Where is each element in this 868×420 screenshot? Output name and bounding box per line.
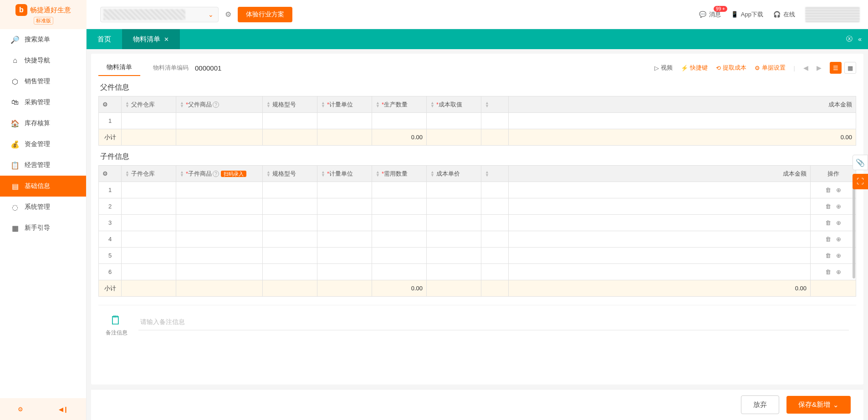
info-icon[interactable]: ? [213,171,219,177]
col-parent-warehouse[interactable]: ▲▼父件仓库 [122,96,176,113]
cell-price[interactable] [427,264,481,280]
col-child-qty[interactable]: ▲▼*需用数量 [372,166,427,182]
cell-warehouse[interactable] [122,231,176,248]
cell-empty[interactable] [481,182,509,198]
expand-icon[interactable]: ⛶ [853,174,868,189]
delete-row-icon[interactable]: 🗑 [825,252,831,259]
cell-empty[interactable] [481,198,509,215]
col-child-warehouse[interactable]: ▲▼子件仓库 [122,166,176,182]
col-child-amt[interactable]: 成本金额 [509,166,811,182]
col-parent-cost-take[interactable]: ▲▼*成本取值 [427,96,481,113]
remarks-input[interactable] [138,314,849,330]
col-empty-sort[interactable]: ▲▼ [481,166,509,182]
info-icon[interactable]: ? [213,101,219,108]
cell-empty[interactable] [481,248,509,264]
sidebar-item-nav[interactable]: ⌂快捷导航 [0,50,86,71]
cell-price[interactable] [427,248,481,264]
cell-unit[interactable] [317,215,372,231]
trial-button[interactable]: 体验行业方案 [238,7,292,22]
cell-empty[interactable] [481,215,509,231]
table-row[interactable]: 1 [99,113,856,129]
col-gear[interactable]: ⚙ [99,96,122,113]
col-parent-unit[interactable]: ▲▼*计量单位 [317,96,372,113]
col-parent-cost-amt[interactable]: 成本金额 [509,96,856,113]
download-link[interactable]: 📱 App下载 [731,10,763,19]
sidebar-item-inventory[interactable]: 🏠库存核算 [0,113,86,134]
cell-spec[interactable] [263,182,317,198]
panel-tab[interactable]: 物料清单 [98,60,140,76]
sidebar-item-sales[interactable]: ⬡销售管理 [0,71,86,92]
cell-spec[interactable] [263,198,317,215]
cell-unit[interactable] [317,231,372,248]
sidebar-item-purchase[interactable]: 🛍采购管理 [0,92,86,113]
table-row[interactable]: 1 🗑 ⊕ [99,182,856,198]
sidebar-item-operation[interactable]: 📋经营管理 [0,155,86,176]
cell-amt[interactable] [509,113,856,129]
cell-product[interactable] [176,198,263,215]
cell-unit[interactable] [317,113,372,129]
tab-close-icon[interactable]: ✕ [164,36,169,43]
cell-amt[interactable] [509,215,811,231]
cell-price[interactable] [427,198,481,215]
sidebar-collapse-icon[interactable]: ◀❙ [59,406,68,413]
next-icon[interactable]: ▶ [817,64,822,71]
cell-warehouse[interactable] [122,215,176,231]
add-row-icon[interactable]: ⊕ [836,203,841,210]
table-row[interactable]: 4 🗑 ⊕ [99,231,856,248]
cell-qty[interactable] [372,264,427,280]
support-link[interactable]: 🎧 在线 [773,10,795,19]
cell-empty[interactable] [481,231,509,248]
cell-qty[interactable] [372,198,427,215]
sidebar-settings-icon[interactable]: ⚙ [18,406,23,413]
cell-product[interactable] [176,264,263,280]
cell-unit[interactable] [317,182,372,198]
delete-row-icon[interactable]: 🗑 [825,236,831,243]
cell-price[interactable] [427,215,481,231]
cell-warehouse[interactable] [122,182,176,198]
cell-amt[interactable] [509,264,811,280]
tab-home[interactable]: 首页 [87,29,122,49]
col-child-product[interactable]: ▲▼*子件商品?扫码录入 [176,166,263,182]
scan-chip[interactable]: 扫码录入 [221,171,246,177]
cell-spec[interactable] [263,113,317,129]
cell-amt[interactable] [509,182,811,198]
cell-amt[interactable] [509,198,811,215]
col-child-price[interactable]: ▲▼成本单价 [427,166,481,182]
add-row-icon[interactable]: ⊕ [836,252,841,259]
col-parent-qty[interactable]: ▲▼*生产数量 [372,96,427,113]
tab-current[interactable]: 物料清单 ✕ [122,29,180,49]
table-row[interactable]: 3 🗑 ⊕ [99,215,856,231]
delete-row-icon[interactable]: 🗑 [825,187,831,193]
extract-link[interactable]: ⟲提取成本 [716,64,746,72]
cell-price[interactable] [427,231,481,248]
cell-spec[interactable] [263,264,317,280]
prev-icon[interactable]: ◀ [803,64,808,71]
cell-qty[interactable] [372,182,427,198]
sidebar-item-guide[interactable]: ▦新手引导 [0,218,86,238]
col-parent-product[interactable]: ▲▼*父件商品? [176,96,263,113]
org-settings-icon[interactable]: ⚙ [225,10,231,19]
tabbar-collapse-icon[interactable]: « [858,35,862,43]
sidebar-item-funds[interactable]: 💰资金管理 [0,134,86,155]
sidebar-item-search[interactable]: 🔎搜索菜单 [0,29,86,50]
col-child-spec[interactable]: ▲▼规格型号 [263,166,317,182]
col-child-unit[interactable]: ▲▼*计量单位 [317,166,372,182]
discard-button[interactable]: 放弃 [741,395,779,414]
col-gear[interactable]: ⚙ [99,166,122,182]
add-row-icon[interactable]: ⊕ [836,236,841,243]
add-row-icon[interactable]: ⊕ [836,268,841,275]
cell-warehouse[interactable] [122,264,176,280]
table-row[interactable]: 6 🗑 ⊕ [99,264,856,280]
cell-qty[interactable] [372,248,427,264]
close-all-icon[interactable]: ⓧ [845,35,853,43]
cell-product[interactable] [176,215,263,231]
cell-warehouse[interactable] [122,248,176,264]
org-switcher[interactable]: ⌄ [100,7,219,22]
sidebar-item-basic[interactable]: ▤基础信息 [0,176,86,197]
cell-spec[interactable] [263,231,317,248]
cell-empty[interactable] [481,264,509,280]
table-row[interactable]: 2 🗑 ⊕ [99,198,856,215]
cell-unit[interactable] [317,248,372,264]
col-empty-sort[interactable]: ▲▼ [481,96,509,113]
table-row[interactable]: 5 🗑 ⊕ [99,248,856,264]
